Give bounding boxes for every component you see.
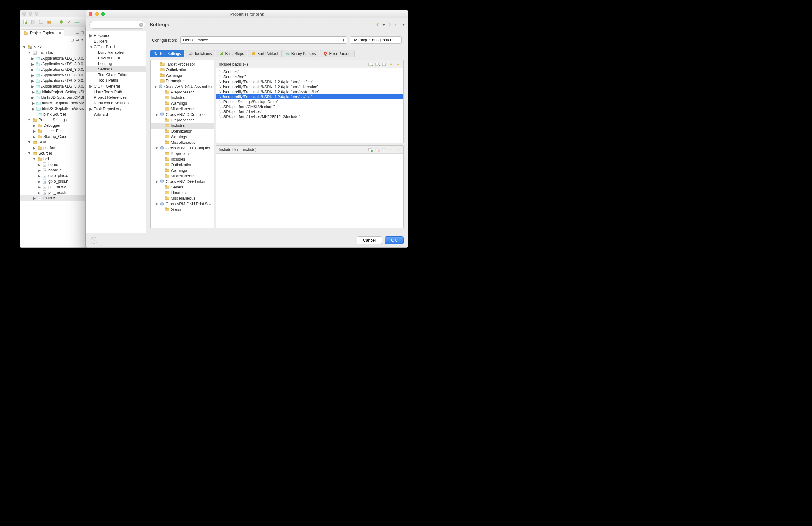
category-item[interactable]: ▶C/C++ General [86,83,146,89]
tool-tree-item[interactable]: ▶Warnings [150,134,214,140]
tool-tree-item[interactable]: ▶Optimization [150,67,214,73]
configuration-select[interactable]: Debug [ Active ] ▲▼ [180,36,347,44]
traffic-zoom-icon[interactable] [101,12,105,16]
maximize-view-icon[interactable]: ▢ [81,30,84,35]
tree-item[interactable]: ▶.hgpio_pins.h [20,179,85,184]
tool-tree-item[interactable]: ▶Miscellaneous [150,140,214,145]
tree-item[interactable]: ▶.cmain.c [20,195,85,201]
forward-menu-icon[interactable] [394,24,397,26]
tree-item[interactable]: ▼incIncludes [20,50,85,56]
view-menu-icon[interactable] [81,39,84,41]
category-tree[interactable]: ▶ResourceBuilders▼C/C++ BuildBuild Varia… [86,31,146,232]
tool-tree-item[interactable]: ▼Cross ARM C++ Linker [150,179,214,184]
edit-file-icon[interactable] [381,147,387,153]
tool-tree-item[interactable]: ▶Includes [150,123,214,129]
category-item[interactable]: WikiText [86,112,146,117]
add-path-icon[interactable] [368,61,373,67]
add-file-icon[interactable] [368,147,373,153]
build-icon[interactable] [66,19,73,26]
project-explorer-tab[interactable]: Project Explorer ✕ [21,29,64,36]
tool-tree-item[interactable]: ▶Warnings [150,168,214,173]
save-icon[interactable] [30,19,37,26]
back-icon[interactable] [375,22,380,28]
tool-tree-item[interactable]: ▼Cross ARM GNU Print Size [150,201,214,207]
include-path-item[interactable]: "../Sources/brd" [216,74,403,80]
category-item[interactable]: Settings [86,67,146,72]
tree-item[interactable]: ▶/Applications/KDS_3.0.0. [20,61,85,67]
forward-icon[interactable] [387,22,392,28]
include-path-item[interactable]: "../SDK/platform/devices" [216,109,403,114]
project-explorer-tree[interactable]: ▼blink▼incIncludes▶/Applications/KDS_3.0… [20,43,85,247]
ok-button[interactable]: OK [385,236,404,244]
tool-tree-item[interactable]: ▶General [150,207,214,212]
category-item[interactable]: Tools Paths [86,77,146,83]
include-path-item[interactable]: "/Users/nreilly/Freescale/KSDK_1.2.0/pla… [216,95,403,99]
move-down-file-icon[interactable] [395,147,401,153]
tree-item[interactable]: ▶/Applications/KDS_3.0.0. [20,67,85,72]
tree-item[interactable]: ▶blink/SDK/platform/devic [20,100,85,106]
include-paths-list[interactable]: "../Sources""../Sources/brd""/Users/nrei… [216,68,403,143]
delete-file-icon[interactable] [375,147,380,153]
include-files-list[interactable] [216,154,403,228]
tool-tree-item[interactable]: ▶Warnings [150,101,214,106]
category-item[interactable]: ▶Task Repository [86,106,146,112]
traffic-close-icon[interactable] [23,12,26,15]
category-item[interactable]: Tool Chain Editor [86,72,146,77]
clear-search-icon[interactable]: ✕ [139,23,143,27]
move-down-icon[interactable] [395,61,401,67]
include-path-item[interactable]: "/Users/nreilly/Freescale/KSDK_1.2.0/pla… [216,89,403,95]
traffic-zoom-icon[interactable] [35,12,39,15]
link-editor-icon[interactable]: ⇄ [76,38,79,42]
traffic-close-icon[interactable] [89,12,92,16]
move-up-icon[interactable] [388,61,394,67]
tree-item[interactable]: ▼blink [20,44,85,50]
tool-tree-item[interactable]: ▶Includes [150,95,214,101]
minimize-view-icon[interactable]: ▭ [75,30,79,35]
tree-item[interactable]: ▶Startup_Code [20,134,85,139]
include-path-item[interactable]: "../SDK/platform/devices/MK22F51212/incl… [216,114,403,119]
tool-tree-item[interactable]: ▶Debugging [150,78,214,84]
tree-item[interactable]: ▼Project_Settings [20,117,85,123]
tree-item[interactable]: ▶.hpin_mux.h [20,190,85,195]
collapse-all-icon[interactable]: ⊟ [71,38,74,42]
tree-item[interactable]: ▶.cpin_mux.c [20,184,85,190]
tool-tree-item[interactable]: ▶Includes [150,156,214,162]
include-path-item[interactable]: "/Users/nreilly/Freescale/KSDK_1.2.0/pla… [216,84,403,89]
tool-tree-item[interactable]: ▶Preprocessor [150,89,214,95]
include-path-item[interactable]: "../Project_Settings/Startup_Code" [216,99,403,104]
delete-path-icon[interactable] [375,61,380,67]
tool-settings-tree[interactable]: ▶Target Processor▶Optimization▶Warnings▶… [150,60,214,228]
tool-tree-item[interactable]: ▶Miscellaneous [150,173,214,179]
include-path-item[interactable]: "../SDK/platform/CMSIS/Include" [216,104,403,109]
save-all-icon[interactable] [38,19,45,26]
category-item[interactable]: Linux Tools Path [86,89,146,95]
category-item[interactable]: Run/Debug Settings [86,100,146,106]
tree-item[interactable]: ▶.hboard.h [20,167,85,173]
include-path-item[interactable]: "/Users/nreilly/Freescale/KSDK_1.2.0/pla… [216,80,403,84]
tool-tree-item[interactable]: ▶Preprocessor [150,151,214,156]
tree-item[interactable]: ▶blink/SDK/platform/CMSI [20,95,85,100]
page-menu-icon[interactable] [402,24,405,26]
tab-toolchains[interactable]: Toolchains [185,50,215,57]
new-icon[interactable] [22,19,29,26]
tool-tree-item[interactable]: ▶Target Processor [150,61,214,67]
filter-input[interactable] [89,21,145,29]
tab-build-artifact[interactable]: Build Artifact [248,50,281,57]
tree-item[interactable]: ▶platform [20,145,85,151]
category-item[interactable]: Project References [86,95,146,100]
tree-item[interactable]: ▶blink/SDK/platform/devic [20,106,85,112]
tool-tree-item[interactable]: ▶General [150,184,214,190]
edit-path-icon[interactable] [381,61,387,67]
manage-configurations-button[interactable]: Manage Configurations... [350,36,402,44]
tool-tree-item[interactable]: ▶Miscellaneous [150,196,214,201]
tree-item[interactable]: ▶blink/Project_Settings/St [20,89,85,95]
tree-item[interactable]: ▶/Applications/KDS_3.0.0. [20,84,85,89]
tree-item[interactable]: ▼brd [20,156,85,162]
tool-tree-item[interactable]: ▼Cross ARM C Compiler [150,112,214,117]
tab-tool-settings[interactable]: Tool Settings [150,50,184,57]
category-item[interactable]: Logging [86,61,146,67]
tool-tree-item[interactable]: ▶Libraries [150,190,214,196]
debug-icon[interactable] [58,19,64,26]
tree-item[interactable]: ▼SDK [20,139,85,145]
tree-item[interactable]: ▶/Applications/KDS_3.0.0. [20,72,85,78]
